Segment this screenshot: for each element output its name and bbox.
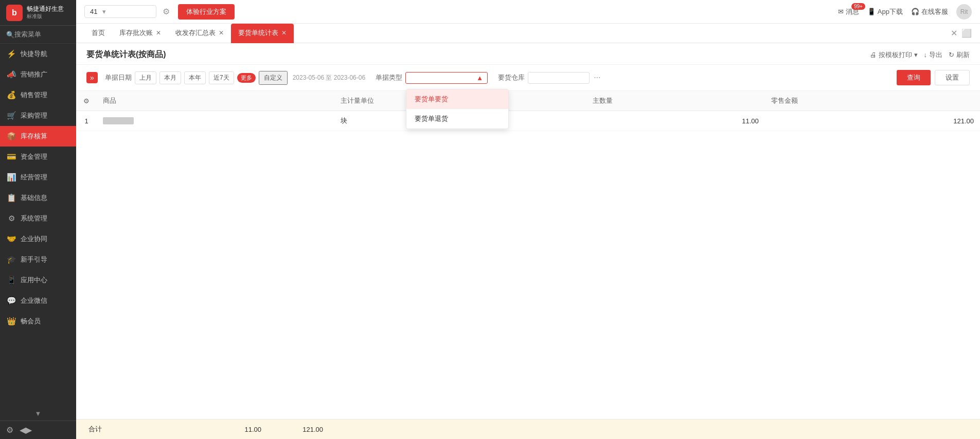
type-filter-select[interactable]: ▲ 要货单要货 要货单退货 bbox=[405, 72, 488, 84]
title-actions: 🖨 按模板打印 ▾ ↓ 导出 ↻ 刷新 bbox=[870, 50, 970, 60]
service-icon: 🎧 bbox=[911, 8, 919, 15]
date-7days-btn[interactable]: 近7天 bbox=[209, 71, 234, 84]
td-qty: 11.00 bbox=[586, 111, 765, 131]
finance-label: 资金管理 bbox=[21, 152, 47, 161]
sidebar-item-enterprise[interactable]: 🤝 企业协同 bbox=[0, 229, 76, 249]
system-label: 系统管理 bbox=[21, 214, 47, 223]
tab-order-stats-close[interactable]: ✕ bbox=[281, 29, 287, 36]
date-more-tag[interactable]: 更多 bbox=[237, 73, 256, 83]
th-settings: ⚙ bbox=[76, 91, 97, 111]
app-center-icon: 📱 bbox=[6, 276, 16, 285]
store-selector[interactable]: 41 ▾ bbox=[84, 5, 156, 18]
sidebar-item-inventory[interactable]: 📦 库存核算 bbox=[0, 126, 76, 147]
download-icon: 📱 bbox=[867, 8, 876, 15]
tab-batch-account[interactable]: 库存批次账 ✕ bbox=[112, 24, 168, 43]
date-custom-btn[interactable]: 自定义 bbox=[259, 71, 288, 85]
filter-type-item: 单据类型 ▲ 要货单要货 要货单退货 bbox=[376, 72, 488, 84]
sidebar-scroll-down[interactable]: ▼ bbox=[0, 407, 76, 420]
date-range-buttons: 上月 本月 本年 近7天 更多 自定义 2023-05-06 至 2023-06… bbox=[135, 71, 365, 85]
sidebar-item-marketing[interactable]: 📣 营销推广 bbox=[0, 64, 76, 85]
td-amount: 121.00 bbox=[765, 111, 980, 131]
sidebar-item-guide[interactable]: 🎓 新手引导 bbox=[0, 249, 76, 270]
type-dropdown-menu: 要货单要货 要货单退货 bbox=[406, 89, 509, 129]
collapse-icon[interactable]: ◀▶ bbox=[20, 425, 32, 435]
expand-tabs-icon[interactable]: ⬜ bbox=[961, 28, 972, 38]
date-filter-label: 单据日期 bbox=[105, 73, 132, 82]
message-button[interactable]: ✉ 消息 99+ bbox=[838, 7, 859, 16]
query-button[interactable]: 查询 bbox=[897, 70, 931, 85]
dropdown-item-order[interactable]: 要货单要货 bbox=[406, 89, 508, 109]
members-icon: 👑 bbox=[6, 317, 16, 326]
message-icon: ✉ bbox=[838, 8, 844, 15]
main-area: 41 ▾ ⚙ 体验行业方案 ✉ 消息 99+ 📱 App下载 🎧 在线客服 Ri… bbox=[76, 0, 980, 439]
setup-button[interactable]: 设置 bbox=[935, 70, 970, 85]
table-header-row: ⚙ 商品 主计量单位 主数量 零售金额 bbox=[76, 91, 980, 111]
sidebar-nav: ⚡ 快捷导航 📣 营销推广 💰 销售管理 🛒 采购管理 📦 库存核算 💳 资金管… bbox=[0, 44, 76, 407]
online-service-button[interactable]: 🎧 在线客服 bbox=[911, 7, 948, 16]
sidebar-item-sales[interactable]: 💰 销售管理 bbox=[0, 85, 76, 105]
user-avatar[interactable]: Rit bbox=[956, 4, 972, 20]
warehouse-filter-input[interactable] bbox=[528, 72, 590, 84]
sidebar-item-system[interactable]: ⚙ 系统管理 bbox=[0, 208, 76, 229]
filter-expand-button[interactable]: » bbox=[86, 72, 98, 83]
online-service-label: 在线客服 bbox=[921, 7, 948, 16]
settings-bottom-icon[interactable]: ⚙ bbox=[6, 425, 13, 435]
export-button[interactable]: ↓ 导出 bbox=[924, 50, 943, 60]
header-settings-icon[interactable]: ⚙ bbox=[163, 7, 170, 16]
sidebar-item-quick-nav[interactable]: ⚡ 快捷导航 bbox=[0, 44, 76, 64]
filter-bar: » 单据日期 上月 本月 本年 近7天 更多 自定义 2023-05-06 至 … bbox=[76, 65, 980, 91]
footer-total-label: 合计 bbox=[82, 425, 185, 434]
tab-receipt-summary[interactable]: 收发存汇总表 ✕ bbox=[168, 24, 231, 43]
refresh-icon: ↻ bbox=[949, 51, 954, 59]
sidebar-item-basic-info[interactable]: 📋 基础信息 bbox=[0, 188, 76, 208]
finance-icon: 💳 bbox=[6, 152, 16, 161]
trial-button[interactable]: 体验行业方案 bbox=[178, 4, 235, 20]
table-footer: 合计 11.00 121.00 bbox=[76, 419, 980, 439]
filter-more-icon[interactable]: ··· bbox=[594, 73, 600, 82]
sidebar-item-purchase[interactable]: 🛒 采购管理 bbox=[0, 105, 76, 126]
warehouse-placeholder bbox=[532, 74, 540, 82]
guide-icon: 🎓 bbox=[6, 255, 16, 264]
header-left: 41 ▾ ⚙ 体验行业方案 bbox=[84, 4, 235, 20]
sidebar-item-management[interactable]: 📊 经营管理 bbox=[0, 167, 76, 188]
tab-order-stats[interactable]: 要货单统计表 ✕ bbox=[231, 24, 294, 43]
app-download-button[interactable]: 📱 App下载 bbox=[867, 7, 903, 16]
marketing-label: 营销推广 bbox=[21, 70, 47, 79]
sidebar-bottom: ⚙ ◀▶ bbox=[0, 420, 76, 439]
print-button[interactable]: 🖨 按模板打印 ▾ bbox=[870, 50, 918, 60]
filter-warehouse-item: 要货仓库 ··· bbox=[498, 72, 604, 84]
sidebar-item-wechat[interactable]: 💬 企业微信 bbox=[0, 290, 76, 311]
app-center-label: 应用中心 bbox=[21, 276, 47, 285]
search-menu-item[interactable]: 🔍 搜索菜单 bbox=[0, 26, 76, 44]
column-settings-icon[interactable]: ⚙ bbox=[83, 97, 90, 105]
print-chevron-icon: ▾ bbox=[914, 51, 918, 59]
type-filter-value bbox=[410, 74, 473, 82]
table-wrapper: ⚙ 商品 主计量单位 主数量 零售金额 1 块 bbox=[76, 91, 980, 419]
app-download-label: App下载 bbox=[878, 7, 903, 16]
tabs-actions: ✕ ⬜ bbox=[951, 28, 972, 38]
page-content: 要货单统计表(按商品) 🖨 按模板打印 ▾ ↓ 导出 ↻ 刷新 » bbox=[76, 43, 980, 439]
tab-order-stats-label: 要货单统计表 bbox=[238, 28, 278, 38]
basic-info-label: 基础信息 bbox=[21, 193, 47, 203]
tab-receipt-summary-close[interactable]: ✕ bbox=[219, 29, 224, 36]
sidebar-item-finance[interactable]: 💳 资金管理 bbox=[0, 147, 76, 167]
dropdown-item-return[interactable]: 要货单退货 bbox=[406, 109, 508, 129]
sidebar-item-app-center[interactable]: 📱 应用中心 bbox=[0, 270, 76, 290]
warehouse-filter-label: 要货仓库 bbox=[498, 73, 525, 82]
sidebar-item-members[interactable]: 👑 畅会员 bbox=[0, 311, 76, 332]
date-this-year-btn[interactable]: 本年 bbox=[184, 71, 206, 84]
td-index: 1 bbox=[76, 111, 97, 131]
quick-nav-label: 快捷导航 bbox=[21, 49, 47, 59]
tab-home[interactable]: 首页 bbox=[84, 24, 112, 43]
tab-batch-account-close[interactable]: ✕ bbox=[156, 29, 161, 36]
th-qty: 主数量 bbox=[586, 91, 765, 111]
system-icon: ⚙ bbox=[6, 214, 16, 223]
quick-nav-icon: ⚡ bbox=[6, 49, 16, 59]
date-last-month-btn[interactable]: 上月 bbox=[135, 71, 156, 84]
date-this-month-btn[interactable]: 本月 bbox=[159, 71, 181, 84]
top-header: 41 ▾ ⚙ 体验行业方案 ✉ 消息 99+ 📱 App下载 🎧 在线客服 Ri… bbox=[76, 0, 980, 24]
marketing-icon: 📣 bbox=[6, 70, 16, 79]
close-all-tabs-icon[interactable]: ✕ bbox=[951, 28, 957, 38]
management-icon: 📊 bbox=[6, 173, 16, 182]
refresh-button[interactable]: ↻ 刷新 bbox=[949, 50, 970, 60]
